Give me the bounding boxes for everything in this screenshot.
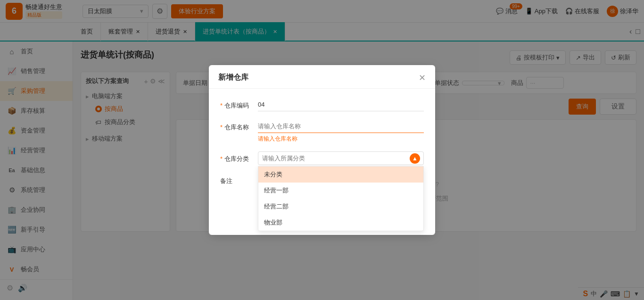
dropdown-dept2-label: 经营二部 xyxy=(264,203,289,210)
dropdown-uncategorized-label: 未分类 xyxy=(264,171,282,178)
dropdown-item-uncategorized[interactable]: 未分类 xyxy=(258,167,423,183)
dropdown-item-dept1[interactable]: 经营一部 xyxy=(258,183,423,199)
warehouse-code-row: 仓库编码 xyxy=(220,98,424,111)
warehouse-name-error: 请输入仓库名称 xyxy=(258,135,424,143)
warehouse-code-label: 仓库编码 xyxy=(220,98,258,110)
category-dropdown: 未分类 经营一部 经营二部 物业部 xyxy=(258,166,424,231)
category-arrow-btn[interactable]: ▲ xyxy=(410,153,420,164)
dropdown-item-dept2[interactable]: 经营二部 xyxy=(258,199,423,215)
warehouse-category-row: 仓库分类 ▲ 未分类 经营一部 xyxy=(220,151,424,165)
modal-body: 仓库编码 仓库名称 请输入仓库名称 仓库分类 ▲ xyxy=(209,89,435,205)
dropdown-dept1-label: 经营一部 xyxy=(264,187,289,194)
category-select-wrapper: ▲ xyxy=(258,151,424,165)
modal-header: 新增仓库 ✕ xyxy=(209,65,435,89)
warehouse-category-label: 仓库分类 xyxy=(220,151,258,163)
remark-label: 备注 xyxy=(220,174,258,185)
warehouse-category-field: ▲ 未分类 经营一部 经营二部 物业部 xyxy=(258,151,424,165)
warehouse-code-field xyxy=(258,98,424,111)
warehouse-name-row: 仓库名称 请输入仓库名称 xyxy=(220,120,424,143)
dropdown-property-label: 物业部 xyxy=(264,219,282,226)
modal-overlay: 新增仓库 ✕ 仓库编码 仓库名称 请输入仓库名称 仓库分类 xyxy=(0,0,644,300)
modal-title: 新增仓库 xyxy=(218,73,248,83)
warehouse-name-label: 仓库名称 xyxy=(220,120,258,132)
warehouse-name-input[interactable] xyxy=(258,120,424,133)
warehouse-code-input[interactable] xyxy=(258,98,424,111)
warehouse-name-field: 请输入仓库名称 xyxy=(258,120,424,143)
dropdown-item-property[interactable]: 物业部 xyxy=(258,215,423,231)
modal: 新增仓库 ✕ 仓库编码 仓库名称 请输入仓库名称 仓库分类 xyxy=(209,65,435,235)
category-select-input[interactable] xyxy=(258,151,424,165)
modal-close-btn[interactable]: ✕ xyxy=(419,74,426,82)
